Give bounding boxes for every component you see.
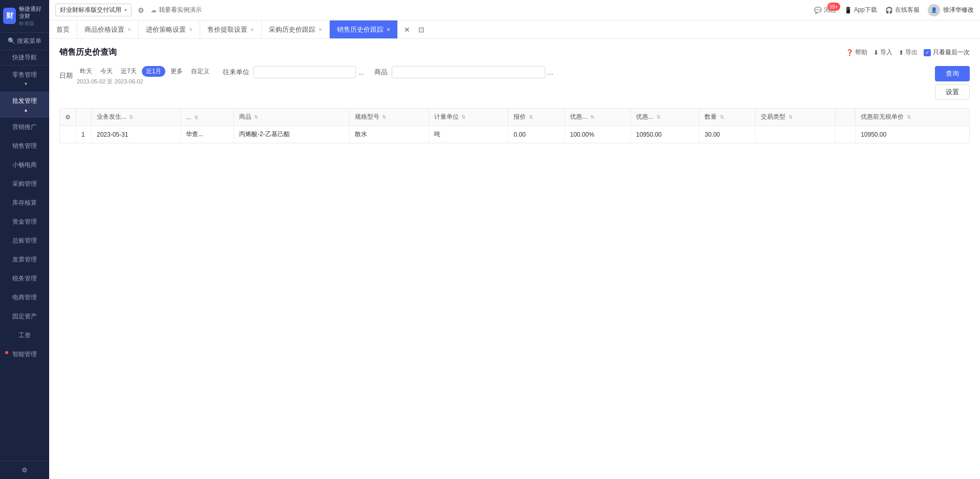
product-input[interactable] — [392, 66, 545, 78]
headset-icon: 🎧 — [885, 7, 893, 14]
sidebar-search[interactable]: 🔍 搜索菜单 — [0, 33, 49, 50]
checkbox-checked-icon: ✓ — [924, 49, 931, 56]
sidebar-item-payroll[interactable]: 工资 — [0, 326, 49, 345]
sidebar-item-assets[interactable]: 固定资产 — [0, 307, 49, 326]
col-unit[interactable]: 计量单位 ⇅ — [429, 108, 508, 126]
demo-link[interactable]: ☁ 我要看实例演示 — [151, 6, 202, 14]
sidebar-quick-nav[interactable]: 快捷导航 — [0, 50, 49, 66]
sort-icon: ⇅ — [194, 115, 198, 120]
sidebar-item-wholesale[interactable]: 批发管理 ▴ — [0, 92, 49, 118]
tab-home[interactable]: 首页 — [49, 20, 77, 39]
sidebar-item-ecom[interactable]: 电商管理 — [0, 288, 49, 307]
tab-purchase-history[interactable]: 采购历史价跟踪 × — [262, 20, 330, 39]
table-row: 1 2023-05-31 华查... 丙烯酸-2-乙基己酯 散水 吨 0.00 … — [60, 126, 969, 143]
import-link[interactable]: ⬇ 导入 — [874, 48, 892, 57]
sort-icon: ⇅ — [590, 114, 594, 120]
sidebar-item-retail-label: 零售管理 — [12, 71, 37, 79]
app-title: 畅捷通好业财 — [19, 5, 46, 20]
col-gear[interactable]: ⚙ — [60, 108, 76, 126]
date-7days[interactable]: 近7天 — [118, 66, 140, 77]
sidebar-item-ecom-small[interactable]: 小畅电商 — [0, 156, 49, 175]
tab-close-icon[interactable]: × — [387, 26, 390, 33]
table-header-row: ⚙ 业务发生... ⇅ ... ⇅ 商品 ⇅ — [60, 108, 969, 126]
sort-icon: ⇅ — [907, 114, 911, 120]
settings-gear-icon: ⚙ — [22, 466, 28, 474]
sidebar-item-invoice[interactable]: 发票管理 — [0, 250, 49, 269]
col-quantity[interactable]: 数量 ⇅ — [699, 108, 756, 126]
sidebar-item-marketing-label: 营销推广 — [12, 123, 37, 132]
date-1month[interactable]: 近1月 — [142, 66, 166, 77]
col-date[interactable]: 业务发生... ⇅ — [92, 108, 181, 126]
sidebar-item-tax[interactable]: 税务管理 — [0, 269, 49, 288]
import-label: 导入 — [880, 48, 892, 57]
import-icon: ⬇ — [874, 49, 879, 56]
sidebar-item-purchase[interactable]: 采购管理 — [0, 175, 49, 193]
sidebar-item-retail[interactable]: 零售管理 ▾ — [0, 66, 49, 92]
col-spec[interactable]: 规格型号 ⇅ — [349, 108, 429, 126]
date-custom[interactable]: 自定义 — [188, 66, 212, 77]
col-num — [76, 108, 92, 126]
settings-button[interactable]: ⚙ — [138, 6, 144, 14]
tab-purchase-history-label: 采购历史价跟踪 — [269, 25, 315, 34]
close-window-button[interactable]: ✕ — [402, 25, 412, 35]
sidebar-settings[interactable]: ⚙ — [0, 461, 49, 479]
user-name: 徐泽华修改 — [943, 6, 974, 14]
date-yesterday[interactable]: 昨天 — [77, 66, 95, 77]
help-link[interactable]: ❓ 帮助 — [846, 48, 867, 57]
date-range-display: 2023-05-02 至 2023-06-02 — [77, 78, 212, 85]
col-price[interactable]: 报价 ⇅ — [508, 108, 565, 126]
settings-button[interactable]: 设置 — [935, 84, 970, 100]
source-input[interactable] — [253, 66, 356, 78]
col-discount1[interactable]: 优惠... ⇅ — [565, 108, 631, 126]
sidebar-item-sales[interactable]: 销售管理 — [0, 137, 49, 156]
cell-spacer — [835, 126, 856, 143]
tab-sale-price[interactable]: 售价提取设置 × — [200, 20, 262, 39]
date-today[interactable]: 今天 — [97, 66, 116, 77]
sidebar-item-tax-label: 税务管理 — [12, 274, 37, 283]
col-pretax-price[interactable]: 优惠前无税单价 ⇅ — [856, 108, 969, 126]
col-trans-type[interactable]: 交易类型 ⇅ — [756, 108, 835, 126]
sidebar-item-finance[interactable]: 资金管理 — [0, 212, 49, 231]
sidebar-item-ledger[interactable]: 总账管理 — [0, 231, 49, 250]
tab-close-icon[interactable]: × — [127, 26, 131, 33]
sort-icon: ⇅ — [720, 114, 724, 120]
tab-close-icon[interactable]: × — [318, 26, 322, 33]
col-extra[interactable]: ... ⇅ — [181, 108, 234, 126]
tab-close-icon[interactable]: × — [189, 26, 193, 33]
tab-strategy[interactable]: 进价策略设置 × — [139, 20, 200, 39]
col-product[interactable]: 商品 ⇅ — [233, 108, 349, 126]
last-only-checkbox-label[interactable]: ✓ 只看最后一次 — [924, 48, 970, 57]
col-discount2[interactable]: 优惠... ⇅ — [631, 108, 699, 126]
online-service-button[interactable]: 🎧 在线客服 — [885, 6, 920, 14]
message-button[interactable]: 💬 消息 99+ — [814, 6, 836, 14]
version-selector[interactable]: 好业财标准版交付试用 ▾ — [55, 4, 132, 16]
tab-close-icon[interactable]: × — [250, 26, 254, 33]
source-picker-button[interactable]: ... — [358, 68, 364, 76]
product-picker-button[interactable]: ... — [547, 68, 553, 76]
sidebar-item-inventory[interactable]: 库存核算 — [0, 193, 49, 212]
date-label: 日期 — [59, 71, 73, 80]
tab-sales-history[interactable]: 销售历史价跟踪 × — [330, 20, 398, 39]
product-filter-group: 商品 ... — [374, 66, 553, 78]
app-download-button[interactable]: 📱 App下载 — [844, 6, 877, 14]
mobile-icon: 📱 — [844, 7, 852, 14]
table-container: ⚙ 业务发生... ⇅ ... ⇅ 商品 ⇅ — [59, 108, 970, 143]
search-label: 搜索菜单 — [17, 37, 41, 45]
sidebar-item-ecom-small-label: 小畅电商 — [12, 161, 37, 169]
export-link[interactable]: ⬆ 导出 — [899, 48, 918, 57]
date-more[interactable]: 更多 — [167, 66, 186, 77]
search-icon: 🔍 — [8, 37, 15, 45]
cell-quantity: 30.00 — [699, 126, 756, 143]
user-menu[interactable]: 👤 徐泽华修改 — [928, 4, 974, 16]
col-trans-type-label: 交易类型 — [761, 113, 785, 120]
smart-dot — [5, 351, 8, 354]
sidebar-item-wholesale-label: 批发管理 — [12, 97, 37, 105]
sidebar-item-marketing[interactable]: 营销推广 — [0, 118, 49, 137]
tab-strategy-label: 进价策略设置 — [146, 25, 186, 34]
tab-price[interactable]: 商品价格设置 × — [77, 20, 139, 39]
search-button[interactable]: 查询 — [935, 66, 970, 81]
cell-trans-type — [756, 126, 835, 143]
maximize-window-button[interactable]: ⊡ — [416, 25, 427, 35]
sidebar-item-smart[interactable]: 智能管理 — [0, 345, 49, 364]
col-date-label: 业务发生... — [97, 113, 126, 120]
